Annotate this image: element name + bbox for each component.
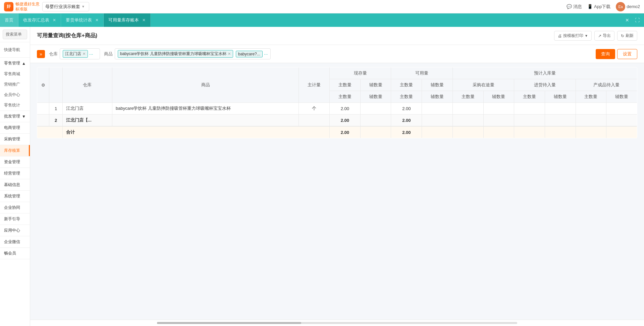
sidebar-item-quick-nav[interactable]: 快捷导航 — [0, 44, 30, 55]
sidebar: 搜索菜单 快捷导航 零售管理 ▲ 零售商城 营销推广 会员中心 零售统计 — [0, 27, 30, 326]
export-btn[interactable]: ↗ 导出 — [594, 31, 614, 41]
warehouse-tag-close[interactable]: ✕ — [83, 52, 86, 56]
available-stock-table: ⚙ 仓库 商品 主计量 现存量 可用量 预计入库量 主数量 辅数量 主数量 — [37, 67, 637, 138]
page-title: 可用量查询(按仓库+商品) — [37, 32, 97, 39]
scrollbar-thumb[interactable] — [157, 322, 301, 324]
th-inbound-aux: 辅数量 — [545, 91, 576, 103]
th-production-aux: 辅数量 — [606, 91, 637, 103]
top-bar: 好 畅捷通好生意 标准版 母婴行业演示账套 ▼ 💬 消息 📱 App下载 Ea … — [0, 0, 644, 13]
sidebar-section-header-enterprise[interactable]: 企业协同 — [0, 202, 30, 213]
sidebar-section-header-wholesale[interactable]: 批发管理 ▼ — [0, 111, 30, 122]
th-purchase-group: 采购在途量 — [452, 79, 514, 91]
search-menu-btn[interactable]: 搜索菜单 — [3, 30, 27, 39]
maximize-btn[interactable]: ⛶ — [633, 16, 641, 24]
sidebar-item-member-center[interactable]: 会员中心 — [0, 90, 30, 100]
sidebar-section-header-ecommerce[interactable]: 电商管理 — [0, 122, 30, 133]
page-header: 可用量查询(按仓库+商品) 🖨 按模板打印 ▼ ↗ 导出 ↻ 刷新 — [30, 27, 644, 45]
th-stock-group: 现存量 — [330, 67, 391, 79]
th-forecast-group: 预计入库量 — [452, 67, 637, 79]
filter-toggle-btn[interactable]: » — [37, 50, 45, 58]
td-total-empty — [37, 126, 63, 138]
tab-home[interactable]: 首页 — [0, 13, 18, 27]
print-template-btn[interactable]: 🖨 按模板打印 ▼ — [554, 31, 592, 41]
th-index — [49, 67, 63, 103]
settings-btn[interactable]: 设置 — [617, 49, 637, 59]
th-available-aux2: 辅数量 — [422, 91, 453, 103]
product-input[interactable]: babycare学饮杯 儿童防摔防撞吸管杯重力球吸嘴杯宝宝水杯 ✕ babyca… — [115, 48, 271, 59]
sidebar-section-header-app-center[interactable]: 应用中心 — [0, 225, 30, 236]
message-btn[interactable]: 💬 消息 — [567, 4, 582, 10]
query-btn[interactable]: 查询 — [596, 49, 615, 59]
warehouse-more-btn[interactable]: ··· — [89, 51, 93, 57]
td-inbound-main — [514, 114, 545, 127]
company-selector[interactable]: 母婴行业演示账套 ▼ — [42, 2, 89, 11]
td-total-available-aux — [422, 126, 453, 138]
sidebar-section-header-operations[interactable]: 经营管理 — [0, 168, 30, 179]
tab-close-order-stats[interactable]: ✕ — [95, 18, 99, 22]
user-menu[interactable]: Ea demo2 — [616, 2, 640, 11]
sidebar-section-header-inventory[interactable]: 库存核算 — [0, 145, 30, 156]
refresh-btn[interactable]: ↻ 刷新 — [617, 31, 637, 41]
tab-available-stock[interactable]: 可用量库存账本 ✕ — [104, 13, 151, 27]
tab-bar-end: ✕ ⛶ — [621, 13, 644, 27]
filter-bar: » 仓库 江北门店 ✕ ··· 商品 babycare学饮杯 儿童防摔防撞吸管杯… — [30, 45, 644, 63]
phone-icon: 📱 — [587, 4, 593, 9]
sidebar-section-header-basic-info[interactable]: 基础信息 — [0, 179, 30, 190]
warehouse-input[interactable]: 江北门店 ✕ ··· — [60, 48, 100, 59]
sidebar-section-header-purchase[interactable]: 采购管理 — [0, 134, 30, 145]
td-total-stock-aux — [360, 126, 391, 138]
th-inbound-main: 主数量 — [514, 91, 545, 103]
sidebar-item-retail-mall[interactable]: 零售商城 — [0, 69, 30, 79]
td-settings — [37, 103, 49, 114]
td-main-unit — [299, 114, 330, 127]
chevron-down-icon: ▼ — [585, 34, 588, 38]
td-purchase-main — [452, 114, 483, 127]
th-available-aux: 辅数量 — [422, 79, 453, 91]
sidebar-section-system: 系统管理 — [0, 191, 30, 202]
app-download-btn[interactable]: 📱 App下载 — [587, 4, 610, 10]
td-index: 1 — [49, 103, 63, 114]
tab-close-available-stock[interactable]: ✕ — [142, 18, 146, 22]
tab-close-receipt-summary[interactable]: ✕ — [53, 18, 56, 22]
sidebar-section-header-retail[interactable]: 零售管理 ▲ — [0, 58, 30, 69]
td-product — [112, 114, 299, 127]
product-more-btn[interactable]: ··· — [264, 51, 268, 57]
th-available-group: 可用量 — [391, 67, 452, 79]
sidebar-section-operations: 经营管理 — [0, 168, 30, 179]
sidebar-section-header-vip[interactable]: 畅会员 — [0, 248, 30, 259]
sidebar-section-header-system[interactable]: 系统管理 — [0, 191, 30, 202]
td-available-main: 2.00 — [391, 103, 422, 114]
settings-icon: ⚙ — [41, 83, 45, 88]
sidebar-item-retail-stats[interactable]: 零售统计 — [0, 100, 30, 110]
sidebar-section-inventory: 库存核算 — [0, 145, 30, 156]
th-main-unit: 主计量 — [299, 67, 330, 103]
tab-receipt-summary[interactable]: 收发存汇总表 ✕ — [18, 13, 61, 27]
sidebar-section-header-wechat[interactable]: 企业微信 — [0, 236, 30, 247]
product-tag1-close[interactable]: ✕ — [228, 52, 231, 56]
tab-order-stats[interactable]: 要货单统计表 ✕ — [61, 13, 104, 27]
close-all-tabs-btn[interactable]: ✕ — [623, 16, 631, 24]
sidebar-section-header-finance[interactable]: 资金管理 — [0, 156, 30, 168]
td-total-inbound-main — [514, 126, 545, 138]
logo-area: 好 畅捷通好生意 标准版 — [4, 2, 40, 11]
sidebar-item-marketing[interactable]: 营销推广 — [0, 79, 30, 90]
product-tag-2: babycare?... — [236, 51, 263, 57]
sidebar-search-area: 搜索菜单 — [0, 27, 30, 42]
avatar: Ea — [616, 2, 625, 11]
th-production-group: 产成品待入量 — [576, 79, 637, 91]
td-total-purchase-aux — [483, 126, 514, 138]
table-row: 2 江北门店【... 2.00 2.00 — [37, 114, 637, 127]
table-footer — [30, 320, 644, 326]
sidebar-section-wechat: 企业微信 — [0, 236, 30, 248]
filter-actions: 查询 设置 — [596, 49, 637, 59]
scrollbar-track[interactable] — [157, 322, 517, 324]
content-area: 可用量查询(按仓库+商品) 🖨 按模板打印 ▼ ↗ 导出 ↻ 刷新 » — [30, 27, 644, 326]
td-production-main — [576, 103, 606, 114]
th-stock-aux2: 辅数量 — [360, 91, 391, 103]
td-available-aux — [422, 103, 453, 114]
td-production-aux — [606, 114, 637, 127]
table-wrapper: ⚙ 仓库 商品 主计量 现存量 可用量 预计入库量 主数量 辅数量 主数量 — [30, 63, 644, 320]
sidebar-section-header-new-guide[interactable]: 新手引导 — [0, 214, 30, 225]
main-layout: 搜索菜单 快捷导航 零售管理 ▲ 零售商城 营销推广 会员中心 零售统计 — [0, 27, 644, 326]
th-settings[interactable]: ⚙ — [37, 67, 49, 103]
